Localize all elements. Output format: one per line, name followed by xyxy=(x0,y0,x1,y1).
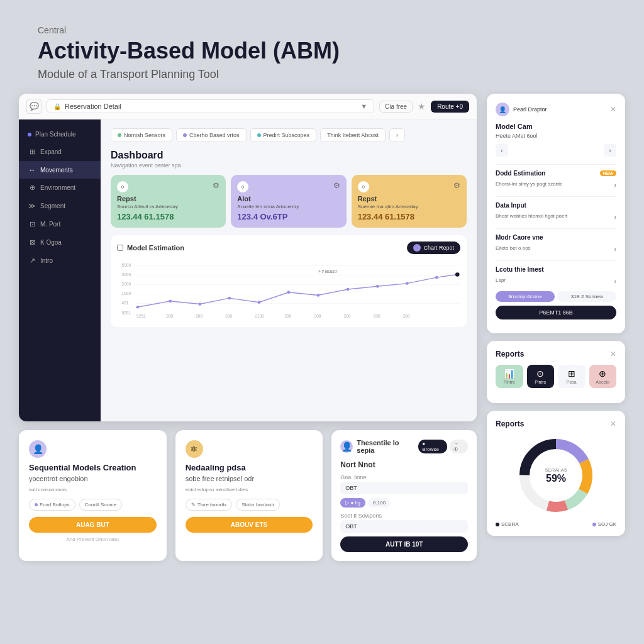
ned-card-tag: eoinl edupno aenctivertuties xyxy=(186,487,313,492)
svg-point-13 xyxy=(198,303,201,306)
svg-text:3000: 3000 xyxy=(122,272,131,277)
cia-free-btn[interactable]: Cia free xyxy=(379,101,413,113)
report-icon-pintrs[interactable]: ⊙ Pintrs xyxy=(527,365,555,388)
rc-modr-row: Elteto bet o oos › xyxy=(496,243,616,255)
model-action-btn[interactable]: AUAG BUT xyxy=(29,517,157,533)
seg-btn1[interactable]: 8rnotopr4clone xyxy=(496,291,555,302)
rc-dodd-arrow[interactable]: › xyxy=(614,182,616,189)
model-cam-card: 👤 Pearl Draptor ✕ Model Cam Heete AMet 6… xyxy=(487,94,625,333)
ned-btn1[interactable]: ✎ Tlore tooortix xyxy=(186,499,233,511)
gear-icon-purple[interactable]: ⚙ xyxy=(333,181,340,190)
tab-bar: Nomish Sensors Cberho Based vrtos Predir… xyxy=(111,128,467,142)
close-icon[interactable]: ✕ xyxy=(610,105,616,114)
tab-label-cberho: Cberho Based vrtos xyxy=(189,132,240,138)
chart-btn[interactable]: Chart Repot xyxy=(407,242,460,254)
form-input2[interactable]: OBT xyxy=(340,520,468,533)
model-btn1[interactable]: Fund Bottops xyxy=(29,499,75,511)
form-input-row1: Goa. lione OBT xyxy=(340,474,468,494)
psoa-label: Psoa xyxy=(563,380,580,384)
chart-section: Model Estimation Chart Repot 5000 xyxy=(111,235,467,327)
form-select-item2[interactable]: 8.100 xyxy=(368,498,391,508)
svg-text:200: 200 xyxy=(403,314,410,318)
model-card-buttons: Fund Bottops Coortil Source xyxy=(29,499,157,511)
svg-text:200: 200 xyxy=(166,314,173,318)
ned-action-btn[interactable]: ABOUV ETS xyxy=(186,517,313,533)
svg-text:2000: 2000 xyxy=(122,282,131,286)
seg-btn2[interactable]: 31E 2 Sonnea xyxy=(557,291,616,302)
rc-datainput-arrow[interactable]: › xyxy=(614,214,616,221)
reports-close-icon[interactable]: ✕ xyxy=(610,350,616,358)
svg-text:9251: 9251 xyxy=(136,314,146,318)
model-avatar: 👤 xyxy=(29,440,47,458)
sidebar-label-segment: Segment xyxy=(40,203,65,209)
rc-dodd-row: Ehorst-int slmy ys pagt szantc › xyxy=(496,179,616,191)
rc-modr-desc: Elteto bet o oos xyxy=(496,245,531,251)
report-icon-abceto[interactable]: ⊕ Abceto xyxy=(589,365,617,388)
dashboard-sub: Navigation event center spa xyxy=(111,162,467,169)
sidebar-item-movements[interactable]: ↔ Movements xyxy=(19,161,101,179)
sidebar-item-plan[interactable]: Plan Schedule xyxy=(19,126,101,143)
tab-label-predirt: Predirt Subscopes xyxy=(264,132,310,138)
rc-lcotu-arrow[interactable]: › xyxy=(614,278,616,285)
rc-section-dodd-header: Dodd Estimation NEW xyxy=(496,170,616,177)
sidebar-item-expand[interactable]: ⊞ Expand xyxy=(19,143,101,161)
mc-desc-purple: Snuelie leh ohna Artocentry xyxy=(237,204,340,209)
route-btn[interactable]: Route +0 xyxy=(431,101,469,113)
rc-user: 👤 Pearl Draptor xyxy=(496,103,547,116)
line-chart: 5000 3000 2000 1000 481 9251 xyxy=(117,258,460,321)
reports-top-card: Reports ✕ 📊 Pintre ⊙ Pintrs ⊞ Psoa ⊕ xyxy=(487,341,625,403)
svg-text:200: 200 xyxy=(196,314,203,318)
tab-cberho[interactable]: Cberho Based vrtos xyxy=(176,128,247,142)
address-bar[interactable]: 🔒 Reservation Detail ▼ xyxy=(47,99,374,113)
gear-icon-orange[interactable]: ⚙ xyxy=(453,181,460,190)
donut-legend: SCBRA SOJ GK xyxy=(496,521,616,527)
model-btn2[interactable]: Coortil Source xyxy=(79,499,123,511)
sidebar-label-plan: Plan Schedule xyxy=(35,131,76,138)
chat-icon[interactable]: 💬 xyxy=(26,99,42,114)
tab-nomish[interactable]: Nomish Sensors xyxy=(111,128,172,142)
chart-btn-label: Chart Repot xyxy=(423,245,454,251)
sidebar-item-environment[interactable]: ⊕ Environment xyxy=(19,179,101,197)
rc-dark-btn[interactable]: P6EMT1 86B xyxy=(496,306,616,319)
form-select-item1[interactable]: ▷ ● Iig xyxy=(340,498,365,508)
chart-title-text: Model Estimation xyxy=(127,244,184,252)
tab-arrow[interactable]: › xyxy=(389,128,405,142)
svg-text:200: 200 xyxy=(374,314,380,318)
form-input-row2: Soot It Sowpons OBT xyxy=(340,513,468,533)
dropdown-icon: ▼ xyxy=(360,103,367,110)
svg-point-12 xyxy=(169,299,172,303)
report-icon-psoa[interactable]: ⊞ Psoa xyxy=(558,365,586,388)
sidebar: Plan Schedule ⊞ Expand ↔ Movements ⊕ Env… xyxy=(19,119,101,421)
rc-lcotu-header: Lcotu thie Imest xyxy=(496,266,616,273)
rc-section-lcotu: Lcotu thie Imest Lapr › 8rnotopr4clone 3… xyxy=(496,260,616,319)
sidebar-item-segment[interactable]: ≫ Segment xyxy=(19,197,101,215)
sidebar-item-mport[interactable]: ⊡ M. Port xyxy=(19,215,101,233)
form-action-btn[interactable]: AUTT IB 10T xyxy=(340,536,468,552)
dashboard-title: Dashboard xyxy=(111,150,467,161)
tab-predirt[interactable]: Predirt Subscopes xyxy=(250,128,317,142)
tab-think[interactable]: Think Iteberit Abcost xyxy=(320,128,386,142)
rc-nav-prev[interactable]: ‹ xyxy=(496,144,508,157)
star-icon[interactable]: ★ xyxy=(418,101,426,111)
mc-title-purple: Alot xyxy=(237,195,340,203)
sidebar-item-intro[interactable]: ↗ Intro xyxy=(19,252,101,270)
form-card: 👤 Thesentile Io sepia ● Browse → ① Nort … xyxy=(331,430,477,561)
sidebar-label-kogoa: K Ogoa xyxy=(40,239,62,246)
page-header: Central Activity-Based Model (ABM) Modul… xyxy=(0,0,644,94)
btn-dot-purple1 xyxy=(35,503,38,506)
gear-icon-green[interactable]: ⚙ xyxy=(213,181,219,190)
legend-item-scbra: SCBRA xyxy=(496,521,519,527)
reports-bottom-close[interactable]: ✕ xyxy=(610,419,616,428)
left-section: 💬 🔒 Reservation Detail ▼ Cia free ★ Rout… xyxy=(19,94,477,637)
legend-dot-soj xyxy=(592,523,596,526)
ned-btn2[interactable]: Stolcr bontoutr xyxy=(236,499,280,511)
form-header: 👤 Thesentile Io sepia ● Browse → ① xyxy=(340,439,468,454)
sidebar-item-kogoa[interactable]: ⊠ K Ogoa xyxy=(19,233,101,252)
rc-nav-next[interactable]: › xyxy=(604,144,616,157)
rc-modr-arrow[interactable]: › xyxy=(614,246,616,253)
form-input1[interactable]: OBT xyxy=(340,482,468,494)
environment-icon: ⊕ xyxy=(28,184,36,192)
central-label: Central xyxy=(38,25,606,35)
report-icon-pintre[interactable]: 📊 Pintre xyxy=(496,365,523,388)
chart-checkbox[interactable] xyxy=(117,245,123,251)
